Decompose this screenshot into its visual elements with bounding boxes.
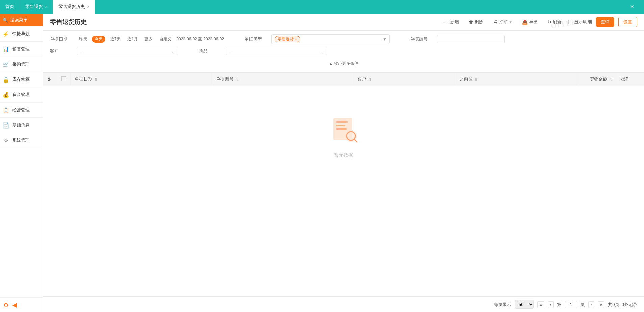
filter-row-1: 单据日期 昨天 今天 近7天 近1月 更多 自定义 2023-06-02 至 2… xyxy=(50,34,637,44)
total-label: 共0页, 0条记录 xyxy=(608,302,637,308)
print-button[interactable]: 🖨 打印 ▼ xyxy=(490,18,515,26)
tab-retail-return[interactable]: 零售退货 × xyxy=(20,0,53,14)
per-page-select[interactable]: 10 20 50 100 xyxy=(515,300,534,309)
date-chip-more[interactable]: 更多 xyxy=(142,36,154,43)
delete-button[interactable]: 🗑 删除 xyxy=(466,18,486,26)
sidebar-item-sales-mgmt-label: 销售管理 xyxy=(12,46,30,52)
date-filter: 昨天 今天 近7天 近1月 更多 自定义 2023-06-02 至 2023-0… xyxy=(77,36,224,43)
empty-state-icon xyxy=(327,113,360,147)
window-close-btn[interactable]: × xyxy=(627,3,637,10)
type-tag-label: 零售退货 xyxy=(278,36,294,42)
th-settings: ⚙ xyxy=(43,73,57,86)
guide-sort-icon: ⇅ xyxy=(475,77,477,81)
type-filter-input[interactable]: 零售退货 × ▼ xyxy=(271,34,390,44)
sidebar-item-sys-mgmt-label: 系统管理 xyxy=(12,137,30,143)
filter-row-2: 客户 ... ... 商品 ... ... xyxy=(50,47,637,55)
svg-rect-1 xyxy=(336,121,348,123)
display-detail-label: 显示明细 xyxy=(574,19,592,25)
th-doc-date[interactable]: 单据日期 ⇅ xyxy=(70,73,212,86)
sidebar-bottom: ⚙ ◀ xyxy=(0,297,43,312)
date-chip-today[interactable]: 今天 xyxy=(92,36,105,43)
sidebar-item-inventory[interactable]: 🔒 库存核算 xyxy=(0,72,43,87)
th-doc-no[interactable]: 单据编号 ⇅ xyxy=(212,73,353,86)
sidebar-search[interactable]: 🔍 搜索菜单 xyxy=(0,14,43,26)
type-dropdown-icon: ▼ xyxy=(383,37,387,42)
page-next-btn[interactable]: › xyxy=(588,301,594,308)
date-chip-yesterday[interactable]: 昨天 xyxy=(77,36,89,43)
page-last-btn[interactable]: » xyxy=(598,301,605,308)
tab-retail-return-close[interactable]: × xyxy=(45,4,47,9)
tab-home[interactable]: 首页 xyxy=(0,0,20,14)
toolbar: + + 新增 🗑 删除 🖨 打印 ▼ 📤 导出 ↻ xyxy=(440,17,637,27)
svg-rect-2 xyxy=(336,125,345,126)
ops-mgmt-icon: 📋 xyxy=(3,107,9,113)
sidebar-item-sales-mgmt[interactable]: 📊 销售管理 xyxy=(0,42,43,57)
th-customer[interactable]: 客户 ⇅ xyxy=(353,73,455,86)
collapse-button[interactable]: ▲ 收起更多条件 xyxy=(325,59,363,68)
page-prev-btn[interactable]: ‹ xyxy=(548,301,554,308)
sidebar-item-purchase-mgmt[interactable]: 🛒 采购管理 xyxy=(0,57,43,72)
sidebar-item-finance-label: 资金管理 xyxy=(12,92,30,98)
refresh-button[interactable]: ↻ 刷新 xyxy=(545,18,564,26)
tab-retail-return-label: 零售退货 xyxy=(25,4,43,10)
sidebar-item-quick-nav[interactable]: ⚡ 快捷导航 xyxy=(0,26,43,42)
tab-retail-return-history[interactable]: 零售退货历史 × xyxy=(53,0,95,14)
inventory-icon: 🔒 xyxy=(3,76,9,83)
sidebar-item-ops-mgmt[interactable]: 📋 经营管理 xyxy=(0,103,43,118)
export-button[interactable]: 📤 导出 xyxy=(519,18,541,26)
settings-button[interactable]: 设置 xyxy=(618,17,637,27)
sidebar-item-basic-info[interactable]: 📄 基础信息 xyxy=(0,118,43,133)
table-header-row: ⚙ 单据日期 ⇅ 单据编号 ⇅ xyxy=(43,73,644,86)
print-dropdown-icon: ▼ xyxy=(509,20,512,24)
page-header: 零售退货历史 + + 新增 🗑 删除 🖨 打印 ▼ 📤 导出 xyxy=(43,14,644,31)
sidebar-item-finance[interactable]: 💰 资金管理 xyxy=(0,87,43,103)
delete-button-label: 删除 xyxy=(475,19,483,25)
customer-filter-input[interactable]: ... ... xyxy=(77,47,178,55)
table-container: ⚙ 单据日期 ⇅ 单据编号 ⇅ xyxy=(43,73,644,296)
collapse-row: ▲ 收起更多条件 xyxy=(50,58,637,69)
sys-mgmt-icon: ⚙ xyxy=(3,137,9,144)
table-settings-icon[interactable]: ⚙ xyxy=(47,77,51,82)
page-first-btn[interactable]: « xyxy=(537,301,544,308)
finance-icon: 💰 xyxy=(3,91,9,98)
purchase-mgmt-icon: 🛒 xyxy=(3,61,9,68)
sidebar-item-purchase-mgmt-label: 采购管理 xyxy=(12,61,30,67)
sidebar-item-basic-info-label: 基础信息 xyxy=(12,122,30,128)
top-bar-right: × xyxy=(627,3,644,10)
collapse-up-icon: ▲ xyxy=(329,61,333,66)
date-chip-custom[interactable]: 自定义 xyxy=(157,36,173,43)
th-ops: 操作 xyxy=(617,73,644,86)
doc-no-sort-icon: ⇅ xyxy=(236,77,239,81)
page-title: 零售退货历史 xyxy=(50,18,87,26)
data-table: ⚙ 单据日期 ⇅ 单据编号 ⇅ xyxy=(43,73,644,185)
refresh-icon: ↻ xyxy=(547,19,551,25)
quick-nav-icon: ⚡ xyxy=(3,30,9,37)
sidebar-item-ops-mgmt-label: 经营管理 xyxy=(12,107,30,113)
basic-info-icon: 📄 xyxy=(3,122,9,129)
tab-retail-return-history-close[interactable]: × xyxy=(87,4,89,9)
th-guide[interactable]: 导购员 ⇅ xyxy=(455,73,576,86)
customer-placeholder: ... xyxy=(80,48,170,53)
date-range-display: 2023-06-02 至 2023-06-02 xyxy=(176,36,224,42)
table-select-all-checkbox[interactable] xyxy=(61,76,66,81)
new-button[interactable]: + + 新增 xyxy=(440,18,462,26)
top-bar: 首页 零售退货 × 零售退货历史 × × xyxy=(0,0,644,14)
th-amount[interactable]: 实销金额 ⇅ xyxy=(576,73,617,86)
sidebar-collapse-btn[interactable]: ◀ xyxy=(12,301,17,309)
query-button[interactable]: 查询 xyxy=(596,17,614,27)
tab-retail-return-history-label: 零售退货历史 xyxy=(58,4,85,10)
customer-sort-icon: ⇅ xyxy=(368,77,371,81)
sidebar-item-sys-mgmt[interactable]: ⚙ 系统管理 xyxy=(0,133,43,148)
date-chip-7days[interactable]: 近7天 xyxy=(108,36,123,43)
page-num-input[interactable] xyxy=(565,301,577,308)
date-chip-1month[interactable]: 近1月 xyxy=(125,36,140,43)
empty-state-cell: 暂无数据 xyxy=(43,86,644,186)
goods-filter-input[interactable]: ... ... xyxy=(226,47,327,55)
sidebar-settings-btn[interactable]: ⚙ xyxy=(3,301,9,309)
display-detail-checkbox[interactable] xyxy=(568,20,573,24)
collapse-button-label: 收起更多条件 xyxy=(334,61,358,66)
type-tag-close[interactable]: × xyxy=(295,37,297,41)
doc-no-input[interactable] xyxy=(437,35,505,43)
empty-state-row: 暂无数据 xyxy=(43,86,644,186)
tab-home-label: 首页 xyxy=(5,4,14,10)
